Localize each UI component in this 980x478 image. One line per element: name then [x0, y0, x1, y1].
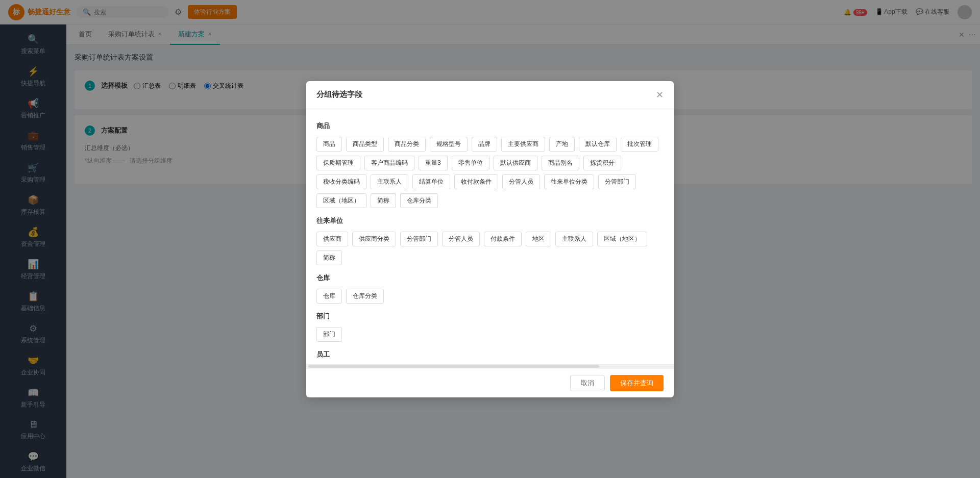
- field-region2[interactable]: 区域（地区）: [597, 232, 647, 246]
- modal-close-button[interactable]: ✕: [656, 89, 664, 100]
- field-product[interactable]: 商品: [316, 137, 342, 152]
- section-product-title: 商品: [316, 121, 664, 131]
- field-main-supplier[interactable]: 主要供应商: [501, 137, 545, 152]
- field-brand[interactable]: 品牌: [472, 137, 497, 152]
- field-pick-points[interactable]: 拣货积分: [583, 156, 621, 170]
- field-settlement-unit[interactable]: 结算单位: [412, 174, 450, 189]
- field-default-supplier[interactable]: 默认供应商: [494, 156, 537, 170]
- field-default-warehouse[interactable]: 默认仓库: [579, 137, 617, 152]
- field-main-contact[interactable]: 主联系人: [371, 174, 408, 189]
- field-supplier-category[interactable]: 供应商分类: [352, 232, 396, 246]
- warehouse-fields-grid: 仓库 仓库分类: [316, 289, 664, 304]
- field-short-name2[interactable]: 简称: [316, 250, 342, 265]
- modal-header: 分组待选字段 ✕: [306, 81, 674, 109]
- field-batch-mgmt[interactable]: 批次管理: [621, 137, 658, 152]
- field-expiry-mgmt[interactable]: 保质期管理: [316, 156, 360, 170]
- field-department[interactable]: 部门: [316, 327, 342, 342]
- field-short-name[interactable]: 简称: [371, 193, 396, 208]
- modal-save-button[interactable]: 保存并查询: [610, 375, 664, 391]
- field-spec-model[interactable]: 规格型号: [430, 137, 468, 152]
- field-warehouse-cat[interactable]: 仓库分类: [346, 289, 384, 304]
- field-product-alias[interactable]: 商品别名: [542, 156, 579, 170]
- modal-overlay: 分组待选字段 ✕ 商品 商品 商品类型 商品分类 规格型号 品牌 主要供应商 产…: [0, 0, 980, 478]
- modal-body[interactable]: 商品 商品 商品类型 商品分类 规格型号 品牌 主要供应商 产地 默认仓库 批次…: [306, 109, 674, 364]
- field-customer-code[interactable]: 客户商品编码: [364, 156, 414, 170]
- dept-fields-grid: 部门: [316, 327, 664, 342]
- modal-footer: 取消 保存并查询: [306, 368, 674, 397]
- field-tax-code[interactable]: 税收分类编码: [316, 174, 366, 189]
- field-partner-category[interactable]: 往来单位分类: [544, 174, 594, 189]
- field-manager[interactable]: 分管人员: [502, 174, 540, 189]
- field-wh-category[interactable]: 仓库分类: [400, 193, 438, 208]
- field-payment-terms[interactable]: 收付款条件: [454, 174, 498, 189]
- field-area[interactable]: 地区: [526, 232, 551, 246]
- section-dept-title: 部门: [316, 312, 664, 321]
- section-employee-title: 员工: [316, 350, 664, 359]
- field-warehouse[interactable]: 仓库: [316, 289, 342, 304]
- field-mgmt-dept[interactable]: 分管部门: [400, 232, 438, 246]
- partner-fields-grid: 供应商 供应商分类 分管部门 分管人员 付款条件 地区 主联系人 区域（地区） …: [316, 232, 664, 265]
- modal-dialog: 分组待选字段 ✕ 商品 商品 商品类型 商品分类 规格型号 品牌 主要供应商 产…: [306, 81, 674, 397]
- hscroll-thumb: [308, 365, 599, 368]
- field-dept[interactable]: 分管部门: [598, 174, 636, 189]
- section-warehouse-title: 仓库: [316, 273, 664, 283]
- field-mgmt-person[interactable]: 分管人员: [442, 232, 480, 246]
- modal-title: 分组待选字段: [316, 90, 362, 99]
- field-pay-terms[interactable]: 付款条件: [484, 232, 522, 246]
- modal-horizontal-scroll[interactable]: [306, 364, 674, 368]
- section-partner-title: 往来单位: [316, 216, 664, 225]
- field-region[interactable]: 区域（地区）: [316, 193, 366, 208]
- field-product-type[interactable]: 商品类型: [346, 137, 384, 152]
- field-supplier[interactable]: 供应商: [316, 232, 348, 246]
- field-retail-unit[interactable]: 零售单位: [452, 156, 489, 170]
- field-origin[interactable]: 产地: [549, 137, 575, 152]
- modal-cancel-button[interactable]: 取消: [570, 375, 605, 391]
- field-weight3[interactable]: 重量3: [419, 156, 448, 170]
- field-main-contact2[interactable]: 主联系人: [555, 232, 593, 246]
- product-fields-grid: 商品 商品类型 商品分类 规格型号 品牌 主要供应商 产地 默认仓库 批次管理 …: [316, 137, 664, 208]
- field-product-category[interactable]: 商品分类: [388, 137, 426, 152]
